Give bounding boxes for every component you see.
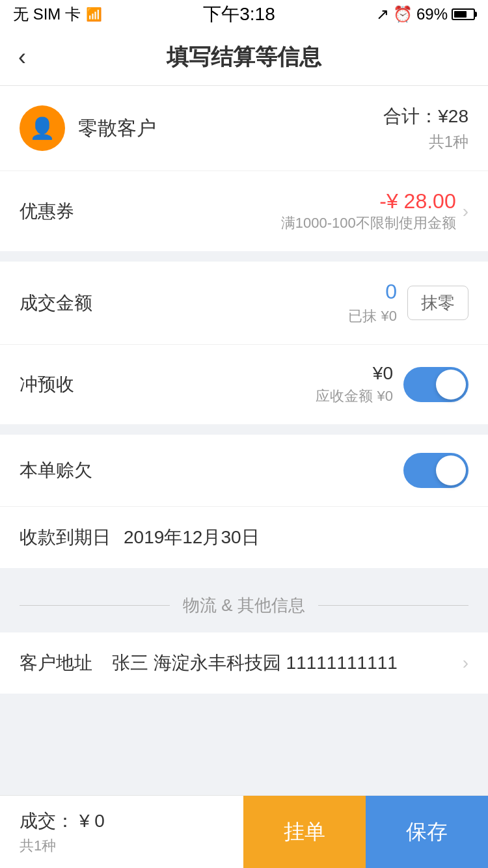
prepay-sub-text: 应收金额 ¥0 bbox=[316, 387, 393, 406]
prepay-toggle[interactable] bbox=[403, 367, 468, 402]
bottom-bar: 成交： ¥ 0 共1种 挂单 保存 bbox=[0, 795, 488, 868]
prepay-row: 冲预收 ¥0 应收金额 ¥0 bbox=[0, 344, 488, 424]
carrier-text: 无 SIM 卡 bbox=[13, 4, 81, 25]
hang-button[interactable]: 挂单 bbox=[243, 796, 366, 868]
bottom-deal-label: 成交： bbox=[20, 809, 74, 834]
credit-label: 本单赊欠 bbox=[20, 458, 92, 483]
credit-section: 本单赊欠 收款到期日 2019年12月30日 bbox=[0, 435, 488, 568]
location-icon: ↗ bbox=[376, 5, 389, 23]
back-button[interactable]: ‹ bbox=[18, 44, 26, 71]
avatar-icon: 👤 bbox=[29, 116, 55, 141]
customer-name: 零散客户 bbox=[78, 115, 156, 142]
avatar: 👤 bbox=[20, 105, 65, 151]
transaction-row: 成交金额 0 已抹 ¥0 抹零 bbox=[0, 262, 488, 344]
battery-icon bbox=[452, 8, 475, 20]
toggle-thumb bbox=[436, 370, 466, 400]
address-value: 张三 海淀永丰科技园 11111111111 bbox=[112, 651, 463, 675]
logistics-text: 物流 & 其他信息 bbox=[170, 594, 318, 617]
credit-toggle-thumb bbox=[436, 455, 466, 485]
prepay-amount: ¥0 bbox=[316, 363, 393, 384]
save-button[interactable]: 保存 bbox=[366, 796, 488, 868]
bottom-deal: 成交： ¥ 0 bbox=[20, 809, 224, 834]
chevron-right-icon: › bbox=[463, 201, 468, 222]
prepay-amount-col: ¥0 应收金额 ¥0 bbox=[316, 363, 393, 406]
customer-row: 👤 零散客户 合计：¥28 共1种 bbox=[0, 86, 488, 170]
status-time: 下午3:18 bbox=[203, 2, 275, 27]
transaction-sub-text: 已抹 ¥0 bbox=[348, 306, 397, 326]
logistics-line-right bbox=[318, 605, 468, 606]
round-off-button[interactable]: 抹零 bbox=[407, 286, 468, 320]
status-bar: 无 SIM 卡 📶 下午3:18 ↗ ⏰ 69% bbox=[0, 0, 488, 29]
transaction-label: 成交金额 bbox=[20, 291, 92, 316]
credit-toggle[interactable] bbox=[403, 453, 468, 488]
status-left: 无 SIM 卡 📶 bbox=[13, 4, 102, 25]
total-count: 共1种 bbox=[383, 131, 468, 152]
credit-row: 本单赊欠 bbox=[0, 435, 488, 506]
bottom-count: 共1种 bbox=[20, 836, 224, 856]
transaction-amount: 0 bbox=[348, 280, 397, 304]
coupon-desc: 满1000-100不限制使用金额 bbox=[281, 213, 456, 233]
status-right: ↗ ⏰ 69% bbox=[376, 5, 475, 23]
total-amount: 合计：¥28 bbox=[383, 104, 468, 129]
customer-section: 👤 零散客户 合计：¥28 共1种 优惠券 -¥ 28.00 满1000-100… bbox=[0, 86, 488, 251]
customer-left: 👤 零散客户 bbox=[20, 105, 156, 151]
address-label: 客户地址 bbox=[20, 651, 92, 675]
coupon-right: -¥ 28.00 满1000-100不限制使用金额 › bbox=[281, 189, 468, 233]
nav-title: 填写结算等信息 bbox=[167, 42, 321, 72]
nav-bar: ‹ 填写结算等信息 bbox=[0, 29, 488, 86]
bottom-buttons: 挂单 保存 bbox=[243, 796, 488, 868]
due-date-value: 2019年12月30日 bbox=[124, 525, 260, 550]
prepay-right: ¥0 应收金额 ¥0 bbox=[316, 363, 468, 406]
content-area: 👤 零散客户 合计：¥28 共1种 优惠券 -¥ 28.00 满1000-100… bbox=[0, 86, 488, 782]
address-chevron-icon: › bbox=[463, 653, 468, 673]
due-date-label: 收款到期日 bbox=[20, 525, 111, 550]
due-date-row: 收款到期日 2019年12月30日 bbox=[0, 506, 488, 568]
coupon-discount: -¥ 28.00 bbox=[281, 189, 456, 213]
bottom-summary: 成交： ¥ 0 共1种 bbox=[0, 809, 243, 856]
prepay-label: 冲预收 bbox=[20, 372, 74, 397]
battery-percent: 69% bbox=[416, 5, 448, 23]
address-row[interactable]: 客户地址 张三 海淀永丰科技园 11111111111 › bbox=[0, 632, 488, 694]
transaction-amount-col: 0 已抹 ¥0 bbox=[348, 280, 397, 326]
coupon-label: 优惠券 bbox=[20, 199, 74, 224]
logistics-section: 物流 & 其他信息 bbox=[0, 578, 488, 632]
alarm-icon: ⏰ bbox=[393, 5, 413, 23]
logistics-line-left bbox=[20, 605, 170, 606]
coupon-right-col: -¥ 28.00 满1000-100不限制使用金额 bbox=[281, 189, 456, 233]
coupon-row[interactable]: 优惠券 -¥ 28.00 满1000-100不限制使用金额 › bbox=[0, 170, 488, 251]
bottom-deal-amount: ¥ 0 bbox=[79, 811, 105, 832]
transaction-section: 成交金额 0 已抹 ¥0 抹零 冲预收 ¥0 应收金额 ¥0 bbox=[0, 262, 488, 424]
address-section: 客户地址 张三 海淀永丰科技园 11111111111 › bbox=[0, 632, 488, 694]
transaction-right: 0 已抹 ¥0 抹零 bbox=[348, 280, 468, 326]
wifi-icon: 📶 bbox=[86, 7, 102, 22]
customer-right: 合计：¥28 共1种 bbox=[383, 104, 468, 152]
